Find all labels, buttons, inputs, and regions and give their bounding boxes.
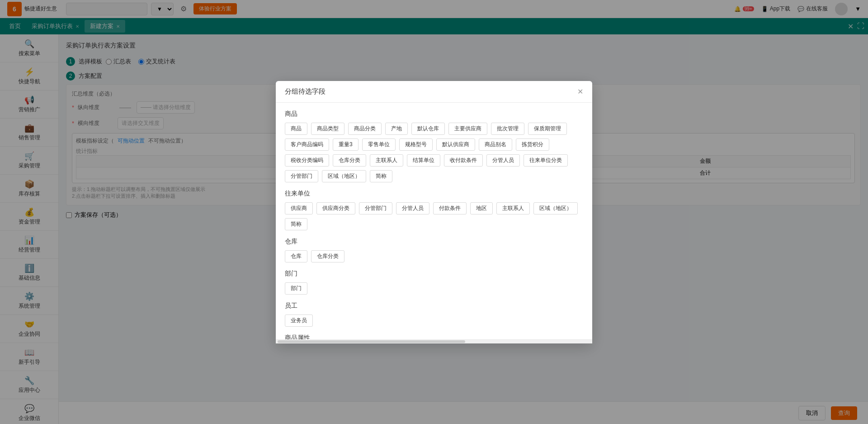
- field-tag-partner-short[interactable]: 简称: [285, 218, 307, 230]
- field-tag-main-contact[interactable]: 主联系人: [370, 154, 403, 167]
- field-group-warehouse: 仓库 仓库 仓库分类: [285, 238, 583, 262]
- field-group-employee-title: 员工: [285, 302, 583, 310]
- field-tag-dept[interactable]: 分管部门: [285, 170, 318, 182]
- field-tag-partner-manager[interactable]: 分管人员: [396, 202, 429, 214]
- field-tag-customer-code[interactable]: 客户商品编码: [285, 138, 329, 151]
- field-tag-spec-model[interactable]: 规格型号: [399, 138, 433, 151]
- field-tag-warehouse[interactable]: 仓库: [285, 250, 307, 262]
- field-group-product-attr: 商品属性 属性 颜色 多规格 尺码 鞋码 1: [285, 334, 583, 340]
- field-group-warehouse-title: 仓库: [285, 238, 583, 246]
- field-tag-origin[interactable]: 产地: [385, 123, 408, 135]
- field-tag-partner-dept[interactable]: 分管部门: [359, 202, 392, 214]
- field-group-department: 部门 部门: [285, 270, 583, 295]
- field-group-partner: 往来单位 供应商 供应商分类 分管部门 分管人员 付款条件 地区 主联系人 区域…: [285, 190, 583, 230]
- field-tag-warehouse-category[interactable]: 仓库分类: [333, 154, 366, 167]
- field-tags-employee: 业务员: [285, 314, 583, 327]
- field-tag-partner-payment[interactable]: 付款条件: [433, 202, 467, 214]
- field-tag-salesperson[interactable]: 业务员: [285, 314, 313, 327]
- modal-horizontal-scrollbar[interactable]: [276, 339, 592, 343]
- field-tag-expiry-mgmt[interactable]: 保质期管理: [528, 123, 567, 135]
- field-tag-payment-terms[interactable]: 收付款条件: [444, 154, 483, 167]
- modal-overlay[interactable]: 分组待选字段 ✕ 商品 商品 商品类型 商品分类 产地 默认仓库 主要供应商 批…: [0, 0, 868, 424]
- field-tag-weight3[interactable]: 重量3: [333, 138, 359, 151]
- field-tag-partner-category[interactable]: 往来单位分类: [524, 154, 568, 167]
- field-tag-settlement-unit[interactable]: 结算单位: [407, 154, 440, 167]
- field-tag-partner-contact[interactable]: 主联系人: [496, 202, 530, 214]
- field-tags-department: 部门: [285, 282, 583, 295]
- modal-close-button[interactable]: ✕: [577, 87, 583, 96]
- field-tag-manager[interactable]: 分管人员: [486, 154, 520, 167]
- modal-header: 分组待选字段 ✕: [276, 81, 592, 103]
- field-tag-region[interactable]: 区域（地区）: [322, 170, 366, 182]
- field-tag-short-name[interactable]: 简称: [370, 170, 392, 182]
- field-tag-picking-points[interactable]: 拣货积分: [516, 138, 549, 151]
- field-tag-retail-unit[interactable]: 零售单位: [362, 138, 396, 151]
- field-tag-goods-type[interactable]: 商品类型: [311, 123, 344, 135]
- field-tag-default-warehouse[interactable]: 默认仓库: [411, 123, 445, 135]
- field-tag-goods[interactable]: 商品: [285, 123, 307, 135]
- modal-title: 分组待选字段: [285, 87, 326, 96]
- field-tag-goods-category[interactable]: 商品分类: [348, 123, 382, 135]
- field-group-department-title: 部门: [285, 270, 583, 278]
- field-tag-supplier-category[interactable]: 供应商分类: [316, 202, 355, 214]
- field-group-product-attr-title: 商品属性: [285, 334, 583, 340]
- modal: 分组待选字段 ✕ 商品 商品 商品类型 商品分类 产地 默认仓库 主要供应商 批…: [276, 81, 592, 343]
- field-tag-supplier[interactable]: 供应商: [285, 202, 313, 214]
- field-tag-batch-mgmt[interactable]: 批次管理: [491, 123, 524, 135]
- field-tag-area[interactable]: 地区: [470, 202, 493, 214]
- field-tag-goods-alias[interactable]: 商品别名: [479, 138, 512, 151]
- field-tag-default-supplier[interactable]: 默认供应商: [436, 138, 475, 151]
- field-group-goods-title: 商品: [285, 110, 583, 118]
- field-tags-goods: 商品 商品类型 商品分类 产地 默认仓库 主要供应商 批次管理 保质期管理 客户…: [285, 123, 583, 182]
- field-tag-tax-code[interactable]: 税收分类编码: [285, 154, 329, 167]
- field-group-employee: 员工 业务员: [285, 302, 583, 327]
- field-group-partner-title: 往来单位: [285, 190, 583, 198]
- field-group-goods: 商品 商品 商品类型 商品分类 产地 默认仓库 主要供应商 批次管理 保质期管理…: [285, 110, 583, 182]
- field-tags-warehouse: 仓库 仓库分类: [285, 250, 583, 262]
- h-scroll-thumb: [278, 340, 465, 343]
- modal-body: 商品 商品 商品类型 商品分类 产地 默认仓库 主要供应商 批次管理 保质期管理…: [276, 103, 592, 340]
- field-tag-partner-region[interactable]: 区域（地区）: [533, 202, 578, 214]
- field-tag-warehouse-cat[interactable]: 仓库分类: [311, 250, 344, 262]
- field-tag-department[interactable]: 部门: [285, 282, 307, 295]
- field-tags-partner: 供应商 供应商分类 分管部门 分管人员 付款条件 地区 主联系人 区域（地区） …: [285, 202, 583, 230]
- field-tag-main-supplier[interactable]: 主要供应商: [448, 123, 487, 135]
